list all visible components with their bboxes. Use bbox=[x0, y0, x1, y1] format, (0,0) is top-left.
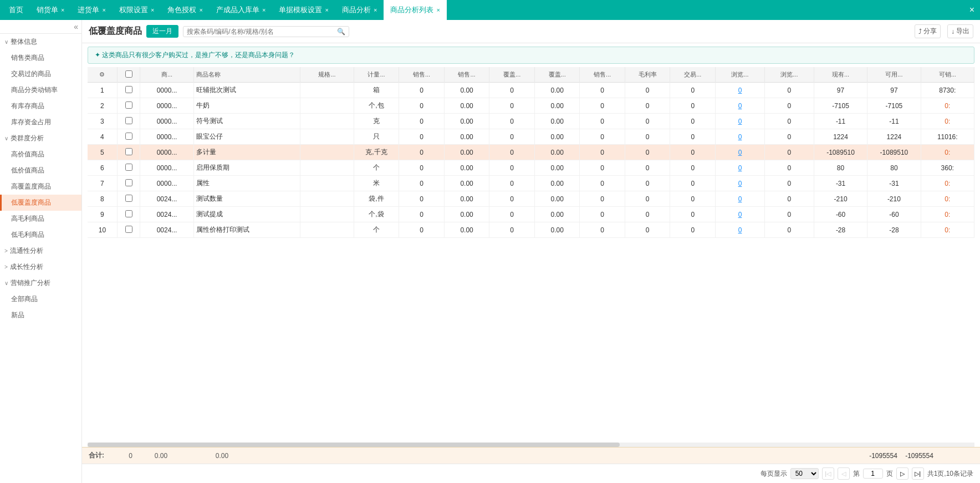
nav-tab-close-icon[interactable]: × bbox=[435, 7, 440, 13]
next-page-btn[interactable]: ▷ bbox=[896, 467, 908, 480]
nav-tab-权限设置[interactable]: 权限设置 × bbox=[113, 0, 161, 20]
sidebar-item-有库存商品[interactable]: 有库存商品 bbox=[0, 98, 81, 114]
th-browse2[interactable]: 浏览... bbox=[764, 67, 814, 83]
nav-tab-产成品入库单[interactable]: 产成品入库单 × bbox=[210, 0, 272, 20]
th-unit[interactable]: 计量... bbox=[354, 67, 399, 83]
nav-tab-close-icon[interactable]: × bbox=[372, 7, 377, 13]
th-browse1[interactable]: 浏览... bbox=[716, 67, 765, 83]
th-trans[interactable]: 交易... bbox=[670, 67, 716, 83]
cell-browse1[interactable]: 0 bbox=[716, 83, 765, 98]
table-container[interactable]: ⚙ 商... 商品名称 规格... 计量... 销售... 销售... 覆盖..… bbox=[88, 67, 974, 443]
th-spec[interactable]: 规格... bbox=[300, 67, 354, 83]
browse1-link[interactable]: 0 bbox=[738, 149, 742, 156]
cell-check[interactable] bbox=[117, 98, 140, 114]
row-checkbox[interactable] bbox=[125, 226, 132, 233]
cell-browse1[interactable]: 0 bbox=[716, 207, 765, 222]
row-checkbox[interactable] bbox=[125, 179, 132, 186]
nav-tab-close-icon[interactable]: × bbox=[261, 7, 266, 13]
row-checkbox[interactable] bbox=[125, 148, 132, 155]
nav-tab-销货单[interactable]: 销货单 × bbox=[30, 0, 71, 20]
th-sales-amt[interactable]: 销售... bbox=[444, 67, 489, 83]
row-checkbox[interactable] bbox=[125, 133, 132, 140]
prev-page-btn[interactable]: ◁ bbox=[838, 467, 850, 480]
row-checkbox[interactable] bbox=[125, 195, 132, 202]
page-input[interactable] bbox=[863, 469, 883, 479]
sidebar-item-全部商品[interactable]: 全部商品 bbox=[0, 291, 81, 307]
th-sales3[interactable]: 销售... bbox=[580, 67, 625, 83]
sidebar-collapse-btn[interactable]: « bbox=[74, 22, 78, 31]
th-exist[interactable]: 现有... bbox=[814, 67, 867, 83]
cell-browse1[interactable]: 0 bbox=[716, 191, 765, 207]
sidebar-section-营销推广分析[interactable]: ∨营销推广分析 bbox=[0, 275, 81, 291]
nav-tab-角色授权[interactable]: 角色授权 × bbox=[161, 0, 209, 20]
sidebar-item-新品[interactable]: 新品 bbox=[0, 307, 81, 323]
sidebar-item-低毛利商品[interactable]: 低毛利商品 bbox=[0, 227, 81, 243]
last-page-btn[interactable]: ▷| bbox=[912, 467, 924, 480]
sidebar-item-低覆盖度商品[interactable]: 低覆盖度商品 bbox=[0, 195, 81, 211]
sidebar-item-高覆盖度商品[interactable]: 高覆盖度商品 bbox=[0, 179, 81, 195]
sidebar-item-交易过的商品[interactable]: 交易过的商品 bbox=[0, 66, 81, 82]
select-all-checkbox[interactable] bbox=[125, 70, 132, 78]
cell-check[interactable] bbox=[117, 222, 140, 238]
th-sellable[interactable]: 可销... bbox=[921, 67, 974, 83]
cell-browse1[interactable]: 0 bbox=[716, 145, 765, 160]
browse1-link[interactable]: 0 bbox=[738, 87, 742, 94]
cell-check[interactable] bbox=[117, 114, 140, 129]
sidebar-item-低价值商品[interactable]: 低价值商品 bbox=[0, 162, 81, 179]
export-btn[interactable]: ↓ 导出 bbox=[947, 24, 973, 38]
th-cov1[interactable]: 覆盖... bbox=[489, 67, 535, 83]
nav-tab-close-icon[interactable]: × bbox=[197, 7, 202, 13]
nav-tab-close-icon[interactable]: × bbox=[59, 7, 64, 13]
cell-browse1[interactable]: 0 bbox=[716, 222, 765, 238]
th-idx[interactable]: ⚙ bbox=[88, 67, 117, 83]
th-code[interactable]: 商... bbox=[140, 67, 193, 83]
th-cov2[interactable]: 覆盖... bbox=[534, 67, 580, 83]
sidebar-section-类群度分析[interactable]: ∨类群度分析 bbox=[0, 130, 81, 146]
sidebar-item-高价值商品[interactable]: 高价值商品 bbox=[0, 146, 81, 162]
nav-tab-商品分析[interactable]: 商品分析 × bbox=[335, 0, 384, 20]
nav-tab-商品分析列表[interactable]: 商品分析列表 × bbox=[384, 0, 446, 20]
nav-tab-close-icon[interactable]: × bbox=[323, 7, 328, 13]
cell-check[interactable] bbox=[117, 191, 140, 207]
first-page-btn[interactable]: |◁ bbox=[822, 467, 834, 480]
th-avail[interactable]: 可用... bbox=[867, 67, 921, 83]
nav-tab-close-icon[interactable]: × bbox=[100, 7, 105, 13]
browse1-link[interactable]: 0 bbox=[738, 118, 742, 125]
nav-tab-单据模板设置[interactable]: 单据模板设置 × bbox=[272, 0, 335, 20]
time-filter-近一月[interactable]: 近一月 bbox=[146, 25, 178, 38]
browse1-link[interactable]: 0 bbox=[738, 102, 742, 110]
th-sales-cnt[interactable]: 销售... bbox=[399, 67, 445, 83]
th-gross[interactable]: 毛利率 bbox=[625, 67, 670, 83]
cell-browse1[interactable]: 0 bbox=[716, 176, 765, 191]
cell-browse1[interactable]: 0 bbox=[716, 160, 765, 176]
sidebar-item-商品分类动销率[interactable]: 商品分类动销率 bbox=[0, 82, 81, 98]
cell-check[interactable] bbox=[117, 207, 140, 222]
th-check[interactable] bbox=[117, 67, 140, 83]
nav-tab-close-icon[interactable]: × bbox=[149, 7, 154, 13]
browse1-link[interactable]: 0 bbox=[738, 195, 742, 203]
browse1-link[interactable]: 0 bbox=[738, 211, 742, 218]
horizontal-scrollbar[interactable] bbox=[88, 443, 974, 447]
page-size-select[interactable]: 50 100 bbox=[790, 468, 819, 479]
cell-browse1[interactable]: 0 bbox=[716, 114, 765, 129]
settings-icon[interactable]: ⚙ bbox=[99, 71, 105, 78]
sidebar-section-流通性分析[interactable]: >流通性分析 bbox=[0, 243, 81, 259]
share-btn[interactable]: ⤴ 分享 bbox=[915, 24, 941, 38]
search-icon[interactable]: 🔍 bbox=[337, 28, 345, 35]
sidebar-section-整体信息[interactable]: ∨整体信息 bbox=[0, 34, 81, 50]
sidebar-item-高毛利商品[interactable]: 高毛利商品 bbox=[0, 211, 81, 227]
cell-check[interactable] bbox=[117, 160, 140, 176]
close-window-btn[interactable]: × bbox=[969, 5, 974, 15]
cell-check[interactable] bbox=[117, 176, 140, 191]
row-checkbox[interactable] bbox=[125, 117, 132, 124]
sidebar-item-销售类商品[interactable]: 销售类商品 bbox=[0, 50, 81, 66]
browse1-link[interactable]: 0 bbox=[738, 164, 742, 172]
browse1-link[interactable]: 0 bbox=[738, 226, 742, 234]
row-checkbox[interactable] bbox=[125, 86, 132, 93]
nav-tab-首页[interactable]: 首页 bbox=[2, 0, 30, 20]
row-checkbox[interactable] bbox=[125, 164, 132, 171]
browse1-link[interactable]: 0 bbox=[738, 180, 742, 187]
row-checkbox[interactable] bbox=[125, 210, 132, 217]
cell-browse1[interactable]: 0 bbox=[716, 129, 765, 145]
th-name[interactable]: 商品名称 bbox=[193, 67, 300, 83]
